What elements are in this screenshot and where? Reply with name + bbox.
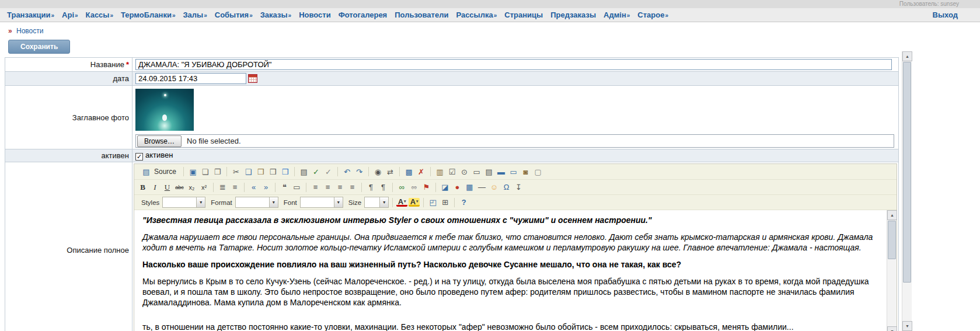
- save-icon[interactable]: ▣: [187, 166, 198, 177]
- cut-icon[interactable]: ✂: [231, 166, 242, 177]
- menu-item-10[interactable]: Рассылка»: [456, 11, 497, 19]
- title-input[interactable]: [135, 59, 892, 70]
- underline-icon[interactable]: U: [162, 182, 173, 193]
- find-icon[interactable]: ◉: [372, 166, 383, 177]
- editor-scrollbar-thumb[interactable]: [888, 221, 896, 259]
- horizontal-rule-icon[interactable]: ―: [476, 182, 487, 193]
- about-icon[interactable]: ?: [458, 197, 469, 208]
- maximize-icon[interactable]: ◰: [427, 197, 438, 208]
- align-justify-icon[interactable]: ≡: [347, 182, 358, 193]
- menu-item-7[interactable]: Новости: [299, 11, 331, 19]
- textarea-icon[interactable]: ▤: [483, 166, 494, 177]
- menu-item-14[interactable]: Старое»: [637, 11, 668, 19]
- menu-item-13[interactable]: Адмін»: [604, 11, 630, 19]
- breadcrumb-link-news[interactable]: Новости: [16, 27, 43, 35]
- radio-button-icon[interactable]: ⊙: [459, 166, 470, 177]
- form-icon[interactable]: ▥: [434, 166, 445, 177]
- editor-scrollbar[interactable]: ▲ ▼: [887, 210, 897, 331]
- numbered-list-icon[interactable]: ≣: [217, 182, 228, 193]
- page-scroll-up-icon[interactable]: ▲: [902, 51, 912, 61]
- menu-item-1[interactable]: Api»: [62, 11, 78, 19]
- active-checkbox[interactable]: ✓: [135, 153, 143, 161]
- text-direction-rtl-icon[interactable]: ¶: [378, 182, 389, 193]
- decrease-indent-icon[interactable]: «: [248, 182, 259, 193]
- paste-text-icon[interactable]: ❒: [267, 166, 278, 177]
- spell-check-as-you-type-icon[interactable]: ✓: [323, 166, 334, 177]
- checkbox-icon[interactable]: ☑: [447, 166, 458, 177]
- italic-icon[interactable]: I: [149, 182, 161, 193]
- remove-format-icon[interactable]: ✗: [416, 166, 427, 177]
- button-icon[interactable]: ▭: [508, 166, 519, 177]
- dropdown-arrow-icon[interactable]: ▾: [196, 197, 205, 207]
- increase-indent-icon[interactable]: »: [260, 182, 271, 193]
- file-input[interactable]: Browse… No file selected.: [135, 134, 894, 148]
- menu-item-5[interactable]: События»: [215, 11, 253, 19]
- insert-link-icon[interactable]: ∞: [396, 182, 407, 193]
- anchor-icon[interactable]: ⚑: [421, 182, 432, 193]
- browse-button[interactable]: Browse…: [137, 135, 182, 147]
- date-input[interactable]: [135, 73, 246, 84]
- menu-item-2[interactable]: Кассы»: [86, 11, 113, 19]
- menu-item-0[interactable]: Транзакции»: [7, 11, 54, 19]
- undo-icon[interactable]: ↶: [341, 166, 353, 177]
- format-combo[interactable]: ▾: [235, 197, 278, 208]
- paste-icon[interactable]: ❒: [255, 166, 266, 177]
- align-center-icon[interactable]: ≡: [322, 182, 333, 193]
- select-all-icon[interactable]: ▩: [403, 166, 414, 177]
- styles-combo[interactable]: ▾: [162, 197, 205, 208]
- dropdown-arrow-icon[interactable]: ▾: [379, 197, 388, 207]
- align-right-icon[interactable]: ≡: [334, 182, 346, 193]
- size-combo[interactable]: ▾: [364, 197, 389, 208]
- menu-item-4[interactable]: Залы»: [183, 11, 207, 19]
- menu-item-3[interactable]: ТермоБланки»: [121, 11, 175, 19]
- page-scroll-down-icon[interactable]: ▼: [902, 321, 912, 331]
- redo-icon[interactable]: ↷: [354, 166, 365, 177]
- editor-content[interactable]: "Известная певица рассказала в эксклюзив…: [134, 210, 887, 331]
- page-scrollbar-thumb[interactable]: [903, 62, 911, 283]
- print-icon[interactable]: ▤: [298, 166, 309, 177]
- subscript-icon[interactable]: x₂: [186, 182, 197, 193]
- menu-item-8[interactable]: Фотогалерея: [339, 11, 388, 19]
- bulleted-list-icon[interactable]: ≡: [229, 182, 240, 193]
- create-div-icon[interactable]: ▭: [291, 182, 302, 193]
- menu-item-12[interactable]: Предзаказы: [550, 11, 596, 19]
- superscript-icon[interactable]: x²: [198, 182, 210, 193]
- background-color-icon[interactable]: A: [409, 198, 420, 207]
- bold-icon[interactable]: B: [137, 182, 148, 193]
- align-left-icon[interactable]: ≡: [310, 182, 321, 193]
- spell-check-icon[interactable]: ✓: [311, 166, 322, 177]
- menu-item-6[interactable]: Заказы»: [260, 11, 291, 19]
- select-field-icon[interactable]: ▬: [496, 166, 507, 177]
- calendar-icon[interactable]: [248, 74, 257, 83]
- menu-item-9[interactable]: Пользователи: [395, 11, 448, 19]
- paste-from-word-icon[interactable]: ❒: [280, 166, 291, 177]
- dropdown-arrow-icon[interactable]: ▾: [269, 197, 278, 207]
- replace-icon[interactable]: ⇄: [385, 166, 396, 177]
- smiley-icon[interactable]: ☺: [489, 182, 500, 193]
- insert-image-icon[interactable]: ◪: [440, 182, 451, 193]
- scroll-down-icon[interactable]: ▼: [887, 326, 897, 331]
- insert-table-icon[interactable]: ▦: [464, 182, 475, 193]
- blockquote-icon[interactable]: ❝: [279, 182, 290, 193]
- hidden-field-icon[interactable]: ▢: [532, 166, 543, 177]
- show-blocks-icon[interactable]: ⊞: [440, 197, 451, 208]
- scroll-up-icon[interactable]: ▲: [887, 210, 897, 220]
- menu-item-11[interactable]: Страницы: [504, 11, 543, 19]
- page-scrollbar[interactable]: ▲ ▼: [902, 51, 912, 331]
- insert-flash-icon[interactable]: ●: [452, 182, 463, 193]
- image-button-icon[interactable]: ◙: [520, 166, 531, 177]
- text-field-icon[interactable]: ▭: [471, 166, 482, 177]
- dropdown-arrow-icon[interactable]: ▾: [334, 197, 343, 207]
- remove-link-icon[interactable]: ∞: [409, 182, 420, 193]
- font-combo[interactable]: ▾: [300, 197, 343, 208]
- new-page-icon[interactable]: ❏: [200, 166, 211, 177]
- copy-icon[interactable]: ❑: [243, 166, 254, 177]
- special-character-icon[interactable]: Ω: [501, 182, 512, 193]
- source-button[interactable]: ▤Source: [137, 166, 180, 177]
- save-button[interactable]: Сохранить: [8, 40, 70, 54]
- strikethrough-icon[interactable]: abc: [174, 182, 185, 193]
- text-color-icon[interactable]: A: [396, 198, 407, 207]
- text-direction-ltr-icon[interactable]: ¶: [365, 182, 376, 193]
- preview-icon[interactable]: ❐: [212, 166, 223, 177]
- page-break-icon[interactable]: ↧: [513, 182, 524, 193]
